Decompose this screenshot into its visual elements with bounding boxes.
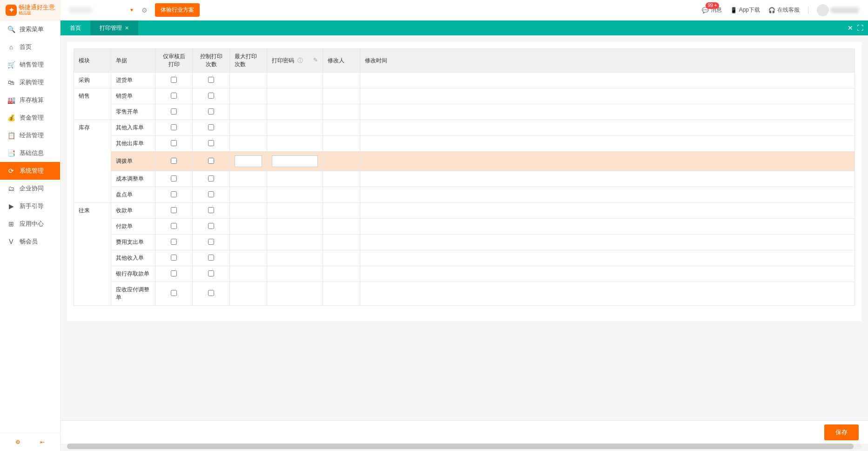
phone-icon: 📱	[730, 7, 737, 13]
sidebar-item-operation[interactable]: 📋经营管理	[0, 127, 60, 144]
modifier-cell	[323, 203, 360, 219]
tab-label: 打印管理	[100, 24, 122, 32]
modified-at-cell	[360, 203, 855, 219]
tab-首页[interactable]: 首页	[61, 20, 90, 35]
doc-cell: 销货单	[111, 88, 155, 104]
audit-only-checkbox[interactable]	[171, 108, 177, 114]
limit-count-cell	[193, 120, 230, 136]
tab-打印管理[interactable]: 打印管理✕	[90, 20, 138, 35]
settings-icon[interactable]: ⚙	[141, 7, 148, 14]
table-row: 银行存取款单	[74, 266, 855, 282]
purchase-icon: 🛍	[7, 79, 15, 86]
module-cell: 库存	[74, 120, 111, 203]
horizontal-scrollbar[interactable]	[67, 444, 861, 449]
plan-button[interactable]: 体验行业方案	[155, 3, 200, 17]
password-input[interactable]	[272, 155, 318, 167]
sidebar-item-apps[interactable]: ⊞应用中心	[0, 215, 60, 233]
topbar-right: 💬 99 + 消息 📱 App下载 🎧 在线客服	[702, 4, 868, 16]
sidebar-item-system[interactable]: ⟳系统管理	[0, 162, 60, 180]
sidebar-item-collab[interactable]: 🗂企业协同	[0, 180, 60, 197]
max-count-cell	[230, 88, 267, 104]
limit-count-checkbox[interactable]	[208, 255, 214, 261]
limit-count-checkbox[interactable]	[208, 223, 214, 229]
limit-count-checkbox[interactable]	[208, 93, 214, 99]
sidebar-item-sales[interactable]: 🛒销售管理	[0, 56, 60, 74]
max-count-cell	[230, 235, 267, 250]
th-max-count: 最大打印次数	[230, 49, 267, 73]
sidebar-item-member[interactable]: V畅会员	[0, 233, 60, 250]
sidebar-item-funds[interactable]: 💰资金管理	[0, 109, 60, 127]
audit-only-checkbox[interactable]	[171, 255, 177, 261]
audit-only-checkbox[interactable]	[171, 158, 177, 164]
modifier-cell	[323, 187, 360, 203]
footer-settings-icon[interactable]: ⚙	[15, 439, 20, 445]
limit-count-checkbox[interactable]	[208, 158, 214, 164]
tab-fullscreen-icon[interactable]: ⛶	[857, 24, 863, 32]
max-count-input[interactable]	[235, 155, 262, 167]
online-service-link[interactable]: 🎧 在线客服	[768, 6, 800, 14]
limit-count-cell	[193, 219, 230, 235]
sidebar-item-search-menu[interactable]: 🔍搜索菜单	[0, 20, 60, 38]
audit-only-cell	[155, 219, 193, 235]
sidebar-item-basic[interactable]: 📑基础信息	[0, 144, 60, 162]
modified-at-cell	[360, 187, 855, 203]
limit-count-checkbox[interactable]	[208, 108, 214, 114]
limit-count-checkbox[interactable]	[208, 175, 214, 182]
sidebar-item-purchase[interactable]: 🛍采购管理	[0, 74, 60, 91]
limit-count-checkbox[interactable]	[208, 270, 214, 276]
audit-only-checkbox[interactable]	[171, 124, 177, 130]
sidebar-item-guide[interactable]: ▶新手引导	[0, 197, 60, 215]
max-count-cell	[230, 187, 267, 203]
sidebar-item-home[interactable]: ⌂首页	[0, 38, 60, 56]
table-row: 往来收款单	[74, 203, 855, 219]
sidebar-item-label: 销售管理	[20, 61, 44, 69]
max-count-cell	[230, 203, 267, 219]
modifier-cell	[323, 219, 360, 235]
sidebar-item-label: 系统管理	[20, 167, 44, 175]
audit-only-cell	[155, 73, 193, 88]
limit-count-checkbox[interactable]	[208, 239, 214, 245]
max-count-cell	[230, 152, 267, 171]
audit-only-checkbox[interactable]	[171, 140, 177, 146]
sidebar-item-label: 采购管理	[20, 78, 44, 87]
password-cell	[267, 250, 323, 266]
limit-count-checkbox[interactable]	[208, 140, 214, 146]
tenant-selector[interactable]: ▼	[69, 7, 134, 13]
sidebar-item-label: 首页	[20, 43, 32, 51]
sidebar-item-inventory[interactable]: 🏭库存核算	[0, 91, 60, 109]
limit-count-checkbox[interactable]	[208, 191, 214, 197]
audit-only-checkbox[interactable]	[171, 290, 177, 296]
table-row: 销售销货单	[74, 88, 855, 104]
app-download-link[interactable]: 📱 App下载	[730, 6, 760, 14]
audit-only-checkbox[interactable]	[171, 270, 177, 276]
audit-only-checkbox[interactable]	[171, 239, 177, 245]
user-menu[interactable]	[817, 4, 859, 16]
audit-only-checkbox[interactable]	[171, 175, 177, 182]
limit-count-checkbox[interactable]	[208, 77, 214, 83]
brand-name: 畅捷通好生意	[19, 4, 55, 10]
help-icon[interactable]: ⓘ	[297, 57, 303, 64]
password-cell	[267, 219, 323, 235]
footer-collapse-icon[interactable]: ⇤	[40, 439, 45, 445]
audit-only-checkbox[interactable]	[171, 93, 177, 99]
limit-count-checkbox[interactable]	[208, 290, 214, 296]
max-count-cell	[230, 250, 267, 266]
audit-only-checkbox[interactable]	[171, 207, 177, 213]
doc-cell: 收款单	[111, 203, 155, 219]
save-button[interactable]: 保存	[824, 424, 859, 440]
audit-only-checkbox[interactable]	[171, 191, 177, 197]
modifier-cell	[323, 266, 360, 282]
table-row: 盘点单	[74, 187, 855, 203]
audit-only-cell	[155, 203, 193, 219]
audit-only-checkbox[interactable]	[171, 223, 177, 229]
audit-only-checkbox[interactable]	[171, 77, 177, 83]
edit-column-icon[interactable]: ✎	[313, 57, 318, 63]
tabs-actions: ✕ ⛶	[848, 24, 868, 32]
tab-close-all-icon[interactable]: ✕	[848, 24, 853, 32]
messages-link[interactable]: 💬 99 + 消息	[702, 6, 722, 14]
limit-count-checkbox[interactable]	[208, 124, 214, 130]
doc-cell: 盘点单	[111, 187, 155, 203]
close-icon[interactable]: ✕	[125, 25, 129, 31]
limit-count-checkbox[interactable]	[208, 207, 214, 213]
th-password: 打印密码 ⓘ ✎	[267, 49, 323, 73]
